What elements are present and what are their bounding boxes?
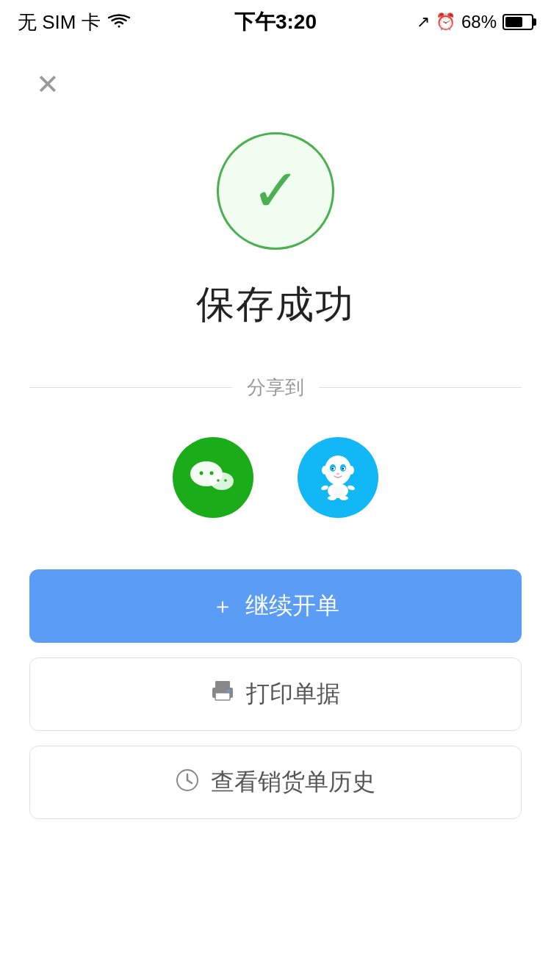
svg-rect-24	[215, 693, 230, 700]
svg-line-28	[187, 780, 192, 783]
svg-point-6	[325, 455, 351, 485]
svg-point-18	[339, 496, 348, 500]
continue-button[interactable]: ＋ 继续开单	[29, 569, 522, 643]
svg-rect-22	[215, 681, 230, 688]
svg-point-3	[210, 472, 214, 475]
svg-point-11	[332, 468, 334, 469]
continue-label: 继续开单	[245, 590, 339, 622]
printer-icon	[211, 681, 234, 708]
wechat-icon	[190, 458, 237, 497]
svg-point-1	[210, 472, 234, 490]
svg-point-21	[331, 486, 345, 495]
print-button[interactable]: 打印单据	[29, 657, 522, 731]
history-label: 查看销货单历史	[211, 766, 375, 799]
divider-line-right	[319, 387, 522, 388]
qq-share-button[interactable]	[298, 437, 378, 518]
svg-point-5	[224, 479, 227, 482]
status-left: 无 SIM 卡	[18, 10, 130, 35]
svg-point-2	[200, 472, 204, 475]
close-icon: ✕	[36, 71, 60, 98]
wifi-icon	[108, 14, 130, 30]
history-button[interactable]: 查看销货单历史	[29, 746, 522, 819]
alarm-icon: ⏰	[436, 12, 455, 32]
share-icons-container	[173, 437, 378, 518]
svg-point-15	[348, 466, 354, 475]
share-divider: 分享到	[29, 375, 522, 400]
main-content: ✕ ✓ 保存成功 分享到	[0, 44, 551, 980]
action-buttons-container: ＋ 继续开单 打印单据	[29, 569, 522, 819]
svg-point-4	[217, 479, 220, 482]
svg-point-12	[342, 468, 344, 469]
plus-icon: ＋	[212, 591, 234, 621]
divider-line-left	[29, 387, 232, 388]
svg-point-13	[336, 473, 339, 475]
status-right: ↗ ⏰ 68%	[417, 12, 533, 32]
svg-rect-25	[227, 690, 230, 692]
success-icon-container: ✓	[217, 132, 334, 250]
status-time: 下午3:20	[234, 8, 317, 36]
location-icon: ↗	[417, 12, 430, 32]
wechat-share-button[interactable]	[173, 437, 253, 518]
checkmark-icon: ✓	[251, 162, 300, 220]
success-title: 保存成功	[196, 279, 355, 331]
svg-point-17	[328, 496, 336, 500]
print-label: 打印单据	[246, 678, 340, 710]
battery-icon	[503, 14, 533, 30]
status-bar: 无 SIM 卡 下午3:20 ↗ ⏰ 68%	[0, 0, 551, 44]
qq-icon	[317, 454, 359, 501]
divider-label: 分享到	[247, 375, 304, 400]
svg-point-19	[320, 484, 328, 491]
clock-icon	[176, 768, 199, 797]
svg-point-20	[347, 484, 355, 491]
close-button[interactable]: ✕	[29, 66, 66, 103]
svg-point-14	[322, 466, 328, 475]
no-sim-text: 无 SIM 卡	[18, 10, 101, 35]
battery-percent: 68%	[461, 12, 497, 32]
